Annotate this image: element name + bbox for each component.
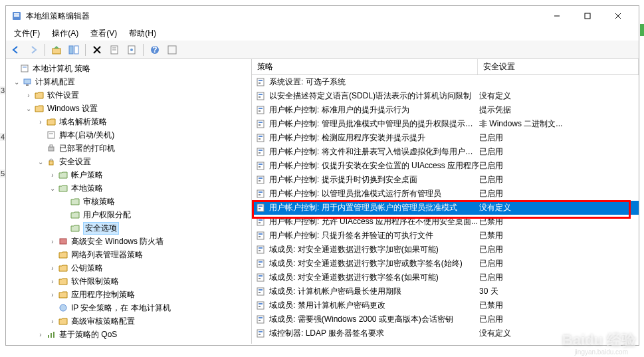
tree-userrights[interactable]: 用户权限分配: [7, 208, 250, 221]
tree-firewall[interactable]: ›高级安全 Windows 防火墙: [7, 235, 250, 248]
policy-setting: 提示凭据: [479, 104, 639, 116]
tree-ipsec[interactable]: IP 安全策略，在 本地计算机: [7, 301, 250, 314]
policy-item-icon: [256, 217, 267, 227]
expand-icon[interactable]: ›: [47, 278, 58, 285]
svg-rect-66: [259, 222, 261, 223]
tree-appcontrol[interactable]: ›应用程序控制策略: [7, 288, 250, 301]
back-button[interactable]: [9, 43, 23, 57]
list-body[interactable]: 系统设置: 可选子系统以安全描述符定义语言(SDDL)语法表示的计算机访问限制没…: [252, 75, 639, 344]
list-row[interactable]: 用户帐户控制: 将文件和注册表写入错误虚拟化到每用户位置已启用: [252, 145, 639, 159]
tree-root[interactable]: ▸本地计算机 策略: [7, 62, 250, 75]
list-row[interactable]: 域成员: 对安全通道数据进行数字加密或数字签名(始终)已启用: [252, 257, 639, 271]
tree-pubkey[interactable]: ›公钥策略: [7, 261, 250, 275]
list-row[interactable]: 用户帐户控制: 用于内置管理员帐户的管理员批准模式没有定义: [252, 201, 639, 215]
policy-item-icon: [256, 119, 267, 130]
list-row[interactable]: 用户帐户控制: 只提升签名并验证的可执行文件已禁用: [252, 229, 639, 243]
list-row[interactable]: 系统设置: 可选子系统: [252, 75, 639, 89]
expand-icon[interactable]: ›: [35, 331, 46, 338]
collapse-icon[interactable]: ⌄: [47, 185, 58, 192]
tree-secoptions[interactable]: 安全选项: [7, 221, 250, 235]
expand-icon[interactable]: ›: [47, 238, 58, 245]
collapse-icon[interactable]: ⌄: [23, 105, 34, 112]
maximize-button[interactable]: [572, 6, 603, 26]
list-row[interactable]: 域成员: 对安全通道数据进行数字加密(如果可能)已启用: [252, 243, 639, 257]
column-policy[interactable]: 策略: [252, 59, 478, 74]
list-row[interactable]: 域成员: 计算机帐户密码最长使用期限30 天: [252, 285, 639, 298]
tree-audit[interactable]: 审核策略: [7, 195, 250, 208]
menu-view[interactable]: 查看(V): [85, 27, 122, 41]
menu-help[interactable]: 帮助(H): [124, 27, 161, 41]
tree-account[interactable]: ›帐户策略: [7, 168, 250, 181]
properties-button[interactable]: [124, 43, 139, 57]
tree-netlist[interactable]: 网络列表管理器策略: [7, 248, 250, 261]
tree-printers[interactable]: 已部署的打印机: [7, 142, 250, 155]
list-row[interactable]: 用户帐户控制: 提示提升时切换到安全桌面已启用: [252, 173, 639, 187]
window-title: 本地组策略编辑器: [26, 11, 542, 22]
collapse-icon[interactable]: ⌄: [35, 158, 46, 166]
list-row[interactable]: 用户帐户控制: 仅提升安装在安全位置的 UIAccess 应用程序已启用: [252, 159, 639, 173]
policy-setting: 已禁用: [479, 216, 639, 227]
refresh-button[interactable]: [165, 43, 179, 57]
forward-button[interactable]: [26, 43, 41, 57]
expand-icon[interactable]: ⌄: [11, 78, 22, 86]
svg-rect-53: [259, 164, 263, 165]
expand-icon[interactable]: ›: [47, 318, 58, 325]
tree-pane[interactable]: ▸本地计算机 策略 ⌄计算机配置 ›软件设置 ⌄Windows 设置 ›域名解析…: [6, 59, 252, 344]
expand-icon[interactable]: ›: [47, 291, 58, 298]
tree-windows[interactable]: ⌄Windows 设置: [7, 102, 250, 115]
export-button[interactable]: [107, 43, 122, 57]
svg-rect-65: [259, 219, 263, 221]
policy-item-icon: [256, 259, 267, 269]
policy-name: 用户帐户控制: 将文件和注册表写入错误虚拟化到每用户位置: [269, 146, 479, 158]
column-setting[interactable]: 安全设置: [478, 59, 639, 74]
svg-rect-34: [257, 78, 264, 86]
tree-software[interactable]: ›软件设置: [7, 88, 250, 102]
list-row[interactable]: 域成员: 对安全通道数据进行数字签名(如果可能)已启用: [252, 271, 639, 285]
policy-name: 域成员: 计算机帐户密码最长使用期限: [269, 286, 479, 297]
script-icon: [46, 130, 56, 140]
list-row[interactable]: 用户帐户控制: 标准用户的提升提示行为提示凭据: [252, 103, 639, 117]
tree-security[interactable]: ⌄安全设置: [7, 155, 250, 168]
menu-file[interactable]: 文件(F): [9, 27, 45, 41]
tree-dns[interactable]: ›域名解析策略: [7, 115, 250, 128]
expand-icon[interactable]: ›: [47, 172, 58, 179]
expand-icon[interactable]: ›: [23, 92, 34, 99]
policy-name: 用户帐户控制: 提示提升时切换到安全桌面: [269, 174, 479, 185]
list-row[interactable]: 用户帐户控制: 管理员批准模式中管理员的提升权限提示的...非 Windows …: [252, 117, 639, 131]
policy-name: 域成员: 禁用计算机帐户密码更改: [269, 300, 479, 311]
folder-icon: [70, 209, 80, 220]
delete-button[interactable]: [90, 43, 104, 57]
list-row[interactable]: 用户帐户控制: 检测应用程序安装并提示提升已启用: [252, 131, 639, 145]
menu-action[interactable]: 操作(A): [47, 27, 84, 41]
svg-rect-77: [259, 275, 263, 277]
close-button[interactable]: [603, 6, 633, 26]
expand-icon[interactable]: ›: [47, 265, 58, 272]
policy-name: 用户帐户控制: 标准用户的提升提示行为: [269, 104, 479, 116]
list-row[interactable]: 以安全描述符定义语言(SDDL)语法表示的计算机访问限制没有定义: [252, 89, 639, 103]
toolbar: ?: [6, 41, 639, 59]
tree-qos[interactable]: ›基于策略的 QoS: [7, 328, 250, 341]
tree-computer-config[interactable]: ⌄计算机配置: [7, 75, 250, 88]
tree-softrestrict[interactable]: ›软件限制策略: [7, 275, 250, 288]
policy-setting: 30 天: [479, 286, 639, 297]
svg-rect-71: [259, 247, 263, 249]
up-button[interactable]: [49, 43, 64, 57]
minimize-button[interactable]: [542, 6, 572, 26]
list-row[interactable]: 域控制器: LDAP 服务器签名要求没有定义: [252, 326, 639, 340]
show-hide-tree-button[interactable]: [66, 43, 81, 57]
tree-local[interactable]: ⌄本地策略: [7, 181, 250, 195]
list-row[interactable]: 用户帐户控制: 以管理员批准模式运行所有管理员已启用: [252, 187, 639, 201]
policy-name: 用户帐户控制: 检测应用程序安装并提示提升: [269, 132, 479, 144]
list-row[interactable]: 域成员: 禁用计算机帐户密码更改已禁用: [252, 298, 639, 312]
svg-rect-49: [257, 148, 264, 156]
policy-item-icon: [256, 314, 267, 325]
window-controls: [542, 6, 633, 26]
tree-advaudit[interactable]: ›高级审核策略配置: [7, 314, 250, 328]
tree-scripts[interactable]: 脚本(启动/关机): [7, 128, 250, 142]
svg-rect-86: [259, 317, 263, 318]
svg-rect-80: [259, 289, 263, 291]
expand-icon[interactable]: ›: [35, 118, 46, 126]
list-row[interactable]: 域成员: 需要强(Windows 2000 或更高版本)会话密钥已启用: [252, 312, 639, 326]
list-row[interactable]: 用户帐户控制: 允许 UIAccess 应用程序在不使用安全桌面...已禁用: [252, 215, 639, 229]
help-button[interactable]: ?: [148, 43, 162, 57]
